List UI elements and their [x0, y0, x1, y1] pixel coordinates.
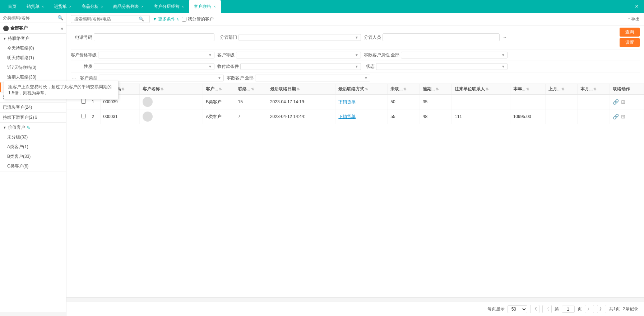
td-last-method-0[interactable]: 下销货单 [335, 95, 388, 109]
horizontal-scrollbar[interactable] [66, 297, 644, 302]
export-button[interactable]: ↑ 导出 [628, 16, 640, 22]
per-page-select[interactable]: 50 100 200 [508, 305, 527, 313]
date-sort-icon: ⇅ [297, 87, 300, 91]
query-button[interactable]: 查询 [620, 28, 640, 37]
sidebar-group-lost[interactable]: 已流失客户(24) [0, 103, 66, 112]
caret-icon: ∧ [176, 17, 179, 21]
th-last-date[interactable]: 最后联络日期 ⇅ [267, 84, 335, 95]
nav-product-analysis[interactable]: 商品分析 × [77, 0, 108, 13]
filter-more-dots[interactable]: ··· [71, 76, 77, 81]
sidebar-search-input[interactable] [3, 15, 57, 20]
nav-customer-segment[interactable]: 客户分层经营 × [149, 0, 189, 13]
filter-status: 状态 ▼ [364, 63, 508, 70]
sidebar-group-value[interactable]: ▼ 价值客户 ✎ [0, 123, 66, 132]
sidebar-all-customers[interactable]: ⚫ 全部客户 » [0, 23, 66, 34]
sidebar-item-class-c[interactable]: C类客户(6) [0, 161, 66, 171]
filter-row-3: 性质 ▼ 收付款条件 ▼ 状态 [71, 61, 640, 72]
filter-icon: ▼ [153, 16, 157, 22]
th-type[interactable]: 客户... ⇅ [203, 84, 235, 95]
th-name[interactable]: 客户名称 ⇅ [140, 84, 203, 95]
more-filters-btn[interactable]: ▼ 更多条件 ∧ [153, 16, 179, 22]
page-number-input[interactable] [562, 306, 575, 313]
action-grid-icon-0[interactable]: ⊞ [621, 99, 625, 105]
sidebar-item-class-a[interactable]: A类客户(1) [0, 142, 66, 152]
last-method-link-0[interactable]: 下销货单 [338, 99, 356, 104]
close-sales-tab[interactable]: × [42, 0, 44, 13]
close-customer-segment-tab[interactable]: × [182, 0, 184, 13]
action-link-icon-0[interactable]: 🔗 [613, 99, 619, 105]
avatar-1 [143, 112, 153, 122]
td-type-0: B类客户 [203, 95, 235, 109]
window-close-button[interactable]: × [632, 3, 641, 10]
td-unit-contact-0 [452, 95, 510, 109]
sidebar-item-today[interactable]: 今天待联络(0) [0, 43, 66, 53]
nav-sales[interactable]: 销货单 × [22, 0, 49, 13]
nav-product-list[interactable]: 商品分析列表 × [108, 0, 148, 13]
filter-status-select[interactable]: ▼ [376, 63, 508, 70]
sidebar-group-waiting[interactable]: ▼ 待联络客户 [0, 34, 66, 43]
th-no-contact[interactable]: 未联... ⇅ [388, 84, 420, 95]
close-purchase-tab[interactable]: × [69, 0, 71, 13]
next-page-button[interactable]: 〉 [585, 305, 594, 313]
payment-caret-icon: ▼ [355, 65, 358, 69]
row-checkbox-0[interactable] [81, 99, 86, 104]
search-icon[interactable]: 🔍 [139, 16, 144, 22]
sidebar-item-tomorrow[interactable]: 明天待联络(1) [0, 53, 66, 63]
prev-page-button[interactable]: 〈 [542, 305, 552, 313]
th-last-method[interactable]: 最后联络方式 ⇅ [335, 84, 388, 95]
filter-retail-attr-select[interactable]: ▼ [401, 52, 508, 58]
filter-phone-input[interactable] [94, 33, 214, 41]
sidebar-item-class-b[interactable]: B类客户(33) [0, 152, 66, 161]
filter-manager-input[interactable] [383, 33, 500, 41]
nav-purchase[interactable]: 进货单 × [49, 0, 76, 13]
td-contact-1: 7 [235, 109, 267, 124]
filter-customer-level-select[interactable]: ▼ [236, 52, 361, 58]
close-product-analysis-tab[interactable]: × [101, 0, 103, 13]
last-page-button[interactable]: 》 [597, 305, 606, 313]
filter-price-level-select[interactable]: ▼ [98, 52, 214, 58]
close-product-list-tab[interactable]: × [141, 0, 143, 13]
td-last-method-1[interactable]: 下销货单 [335, 109, 388, 124]
export-icon: ↑ [628, 16, 630, 22]
first-page-button[interactable]: 《 [530, 305, 539, 313]
th-this-month[interactable]: 本月... ⇅ [578, 84, 610, 95]
filter-nature: 性质 ▼ [71, 63, 214, 70]
action-link-icon-1[interactable]: 🔗 [613, 114, 619, 119]
th-unit-contact[interactable]: 往来单位联系人 ⇅ [452, 84, 510, 95]
sidebar-group-declining[interactable]: 持续下滑客户(2) ℹ [0, 113, 66, 122]
th-contact[interactable]: 联络... ⇅ [235, 84, 267, 95]
my-customer-input[interactable] [182, 17, 186, 22]
left-bottom-scrollbar[interactable] [0, 312, 66, 316]
last-method-link-1[interactable]: 下销货单 [338, 114, 356, 119]
sidebar-search-icon[interactable]: 🔍 [57, 15, 63, 20]
settings-button[interactable]: 设置 [620, 38, 640, 47]
filter-manager-dots[interactable]: ··· [501, 35, 508, 40]
my-customer-checkbox[interactable]: 我分管的客户 [182, 16, 214, 22]
td-overdue-1: 48 [420, 109, 451, 124]
td-unit-contact-1: 111 [452, 109, 510, 124]
filter-nature-select[interactable]: ▼ [94, 63, 214, 70]
td-contact-0: 15 [235, 95, 267, 109]
nav-home[interactable]: 首页 [3, 0, 22, 13]
filter-customer-level: 客户等级 ▼ [217, 52, 361, 58]
nav-customer-contact[interactable]: 客户联络 × [189, 0, 221, 13]
total-pages-label: 共1页 [609, 306, 620, 312]
th-overdue[interactable]: 逾期... ⇅ [420, 84, 451, 95]
th-last-month[interactable]: 上月... ⇅ [545, 84, 577, 95]
th-this-year[interactable]: 本年... ⇅ [510, 84, 545, 95]
filter-nature-label: 性质 [71, 63, 92, 70]
filter-retail-all-select[interactable]: ▼ [255, 75, 370, 81]
sidebar-item-ungrouped[interactable]: 未分组(32) [0, 132, 66, 142]
filter-payment-select[interactable]: ▼ [240, 63, 361, 70]
sidebar-collapse-icon[interactable]: » [60, 25, 63, 31]
search-input[interactable] [74, 16, 139, 22]
close-customer-contact-tab[interactable]: × [213, 0, 216, 13]
td-no-contact-0: 50 [388, 95, 420, 109]
action-grid-icon-1[interactable]: ⊞ [621, 114, 625, 119]
row-checkbox-1[interactable] [81, 114, 86, 118]
th-action: 联络动作 [610, 84, 644, 95]
filter-dept-select[interactable]: ▼ [238, 34, 361, 41]
td-name-0 [140, 95, 203, 109]
value-group-edit-icon[interactable]: ✎ [27, 125, 30, 130]
sidebar-item-7days[interactable]: 近7天待联络(0) [0, 63, 66, 72]
